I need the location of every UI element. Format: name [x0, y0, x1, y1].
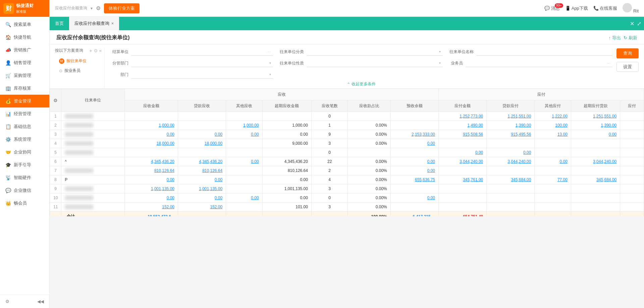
table-cell[interactable]: 152.00: [178, 203, 226, 212]
table-cell[interactable]: 810,126.64: [178, 166, 226, 175]
query-button[interactable]: 查询: [616, 48, 639, 58]
table-cell[interactable]: 1,001,135.00: [125, 184, 178, 193]
table-cell[interactable]: 0.00: [390, 139, 438, 148]
filter-option-by-partner[interactable]: 财 按往来单位: [55, 56, 102, 66]
sidebar-item-system[interactable]: ⚙️ 系统管理: [0, 133, 49, 146]
table-cell[interactable]: 0.00: [125, 193, 178, 203]
table-cell[interactable]: 100.00: [535, 121, 571, 130]
dept-manage-select[interactable]: ▾: [131, 59, 273, 67]
table-cell[interactable]: 0.00: [390, 193, 438, 203]
table-cell[interactable]: 1,001,135.00: [178, 184, 226, 193]
table-cell[interactable]: 345,684.00: [487, 175, 535, 184]
customer-service-button[interactable]: 📞 在线客服: [593, 5, 618, 11]
filter-add-icon[interactable]: +: [90, 48, 92, 53]
table-cell[interactable]: 0.00: [226, 157, 263, 166]
table-cell[interactable]: 0.00: [178, 130, 226, 139]
table-cell[interactable]: 1,490.00: [439, 121, 487, 130]
table-cell[interactable]: 1,251,551.00: [487, 112, 535, 121]
table-cell[interactable]: 0.00: [535, 157, 571, 166]
table-cell[interactable]: 77.00: [535, 175, 571, 184]
sidebar-item-operation[interactable]: 📊 经营管理: [0, 107, 49, 120]
tab-expand-icon[interactable]: ⤢: [637, 20, 641, 27]
filter-settlement-unit: 结算单位 ···: [110, 48, 273, 56]
sidebar-item-purchase[interactable]: 🛒 采购管理: [0, 69, 49, 82]
sidebar-item-marketing[interactable]: 📣 营销推广: [0, 44, 49, 56]
message-button[interactable]: 💬 消息 99+: [544, 5, 560, 11]
table-cell: 1,000.00: [262, 121, 311, 130]
table-cell[interactable]: 1,222.00: [535, 112, 571, 121]
table-cell[interactable]: 152.00: [125, 203, 178, 212]
tab-ar-ap[interactable]: 应收应付余额查询 ×: [69, 17, 119, 30]
total-ar-amount[interactable]: 19,553,472,6...: [125, 212, 178, 217]
table-cell[interactable]: 0.00: [125, 175, 178, 184]
partner-nature-select[interactable]: ▾: [307, 59, 443, 67]
salesman-input[interactable]: ···: [466, 59, 612, 67]
sidebar-collapse-button[interactable]: ◀◀: [35, 298, 47, 305]
table-cell[interactable]: 1,251,551.00: [571, 112, 620, 121]
table-cell[interactable]: 4,345,436.20: [178, 157, 226, 166]
table-cell[interactable]: 1,390.00: [487, 121, 535, 130]
solution-button[interactable]: 体验行业方案: [104, 3, 140, 13]
table-cell[interactable]: 0.00: [487, 148, 535, 157]
partner-name-input[interactable]: [476, 48, 612, 56]
sidebar-item-search-menu[interactable]: 🔍 搜索菜单: [0, 18, 49, 31]
table-cell[interactable]: 0.00: [125, 130, 178, 139]
table-cell[interactable]: 3,044,240.00: [439, 157, 487, 166]
sidebar-item-sales[interactable]: 👤 销售管理: [0, 56, 49, 69]
sidebar-item-smart-hw[interactable]: 📡 智能硬件: [0, 171, 49, 184]
table-settings-icon[interactable]: ⚙: [53, 98, 58, 103]
refresh-button[interactable]: ↻ 刷新: [624, 35, 637, 41]
table-cell[interactable]: 0.00: [226, 193, 263, 203]
partner-category-select[interactable]: ▾: [307, 48, 443, 56]
table-cell[interactable]: 3,044,240.00: [487, 157, 535, 166]
table-cell[interactable]: 0.00: [390, 166, 438, 175]
topbar-gear-icon[interactable]: ⚙: [96, 5, 101, 11]
table-cell[interactable]: 915,495.56: [487, 130, 535, 139]
table-cell[interactable]: 1,252,773.00: [439, 112, 487, 121]
sidebar-item-member[interactable]: 👑 畅会员: [0, 197, 49, 210]
sidebar-item-base-info[interactable]: 📋 基础信息: [0, 120, 49, 133]
table-cell[interactable]: 1,390.00: [571, 121, 620, 130]
sidebar-item-quick-nav[interactable]: 🏠 快捷导航: [0, 31, 49, 44]
export-button[interactable]: ↑ 导出: [609, 35, 621, 41]
tab-close-icon[interactable]: ×: [111, 21, 114, 26]
table-cell[interactable]: 0.00: [178, 175, 226, 184]
filter-arrow-icon[interactable]: «: [99, 48, 102, 53]
table-cell[interactable]: 0.00: [390, 157, 438, 166]
sidebar-item-inventory[interactable]: 🏢 库存核算: [0, 82, 49, 95]
table-cell[interactable]: 4,345,436.20: [125, 157, 178, 166]
table-cell[interactable]: 0.00: [226, 130, 263, 139]
table-cell[interactable]: 810,126.64: [125, 166, 178, 175]
settings-button[interactable]: 设置: [616, 62, 639, 72]
table-cell[interactable]: 0.00: [439, 148, 487, 157]
topbar-dropdown-arrow[interactable]: ▾: [91, 6, 93, 11]
collapse-button[interactable]: ⌃ 收起更多条件: [347, 81, 376, 87]
table-cell[interactable]: 2,153,333.00: [390, 130, 438, 139]
sidebar-item-finance[interactable]: 💰 资金管理: [0, 95, 49, 107]
table-cell[interactable]: 18,000.00: [125, 139, 178, 148]
filter-option-by-salesman[interactable]: ⊙ 按业务员: [55, 66, 102, 76]
table-cell[interactable]: 1,000.00: [125, 121, 178, 130]
table-cell[interactable]: 18,000.00: [178, 139, 226, 148]
table-cell[interactable]: 3,044,240.00: [571, 157, 620, 166]
sidebar-item-guide[interactable]: 🎓 新手引导: [0, 159, 49, 171]
user-menu[interactable]: Rit: [623, 3, 639, 13]
table-cell[interactable]: 655,636.75: [390, 175, 438, 184]
table-cell[interactable]: 13.00: [535, 130, 571, 139]
table-cell[interactable]: 915,508.56: [439, 130, 487, 139]
sidebar-settings-button[interactable]: ⚙: [3, 298, 12, 305]
filter-settings-icon[interactable]: ⊙: [94, 48, 98, 53]
total-ar-prepay[interactable]: 6,417,215....: [390, 212, 438, 217]
table-cell[interactable]: 345,684.00: [571, 175, 620, 184]
tab-close-window-icon[interactable]: ✕: [630, 20, 634, 27]
table-cell[interactable]: 0.00: [178, 193, 226, 203]
tab-home[interactable]: 首页: [50, 17, 69, 30]
table-cell[interactable]: 1,000.00: [226, 121, 263, 130]
app-download-button[interactable]: 📱 App下载: [565, 5, 588, 11]
table-cell[interactable]: 345,761.00: [439, 175, 487, 184]
dept-select[interactable]: ▾: [131, 71, 273, 79]
settlement-unit-input[interactable]: ···: [131, 48, 273, 56]
sidebar-item-wx[interactable]: 💬 企业微信: [0, 184, 49, 197]
table-cell[interactable]: 0.00: [571, 130, 620, 139]
sidebar-item-enterprise[interactable]: 🤝 企业协同: [0, 146, 49, 159]
